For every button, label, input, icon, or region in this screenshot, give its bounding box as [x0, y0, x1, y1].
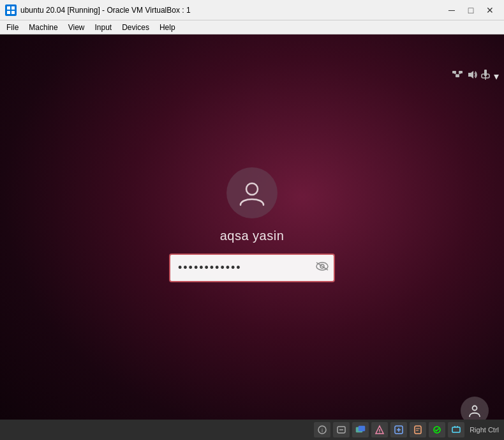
svg-rect-1: [11, 6, 15, 10]
taskbar-icon-3[interactable]: [352, 422, 369, 437]
svg-rect-4: [452, 71, 456, 73]
svg-point-17: [473, 406, 477, 411]
menu-file[interactable]: File: [1, 22, 24, 33]
vm-taskbar: i: [0, 420, 504, 440]
avatar: [226, 167, 278, 218]
taskbar-icon-8[interactable]: [448, 422, 464, 437]
svg-rect-6: [456, 75, 459, 77]
svg-rect-3: [11, 11, 15, 14]
svg-rect-0: [7, 6, 10, 10]
taskbar-icon-5[interactable]: [390, 422, 407, 437]
svg-rect-5: [459, 71, 463, 73]
svg-rect-23: [359, 426, 365, 431]
svg-rect-2: [7, 11, 10, 14]
menu-devices[interactable]: Devices: [117, 22, 154, 33]
vm-toolbar: ▾: [452, 69, 499, 83]
taskbar-icon-2[interactable]: [333, 422, 350, 437]
svg-line-7: [454, 73, 457, 75]
svg-rect-10: [484, 70, 487, 76]
menu-bar: File Machine View Input Devices Help: [0, 20, 504, 34]
login-panel: aqsa yasin: [169, 167, 335, 282]
taskbar-icon-7[interactable]: [429, 422, 445, 437]
window-controls: ─ □ ✕: [443, 3, 499, 17]
taskbar-icon-4[interactable]: [371, 422, 388, 437]
taskbar-icon-6[interactable]: [410, 422, 426, 437]
app-icon: [5, 4, 17, 16]
right-ctrl-label: Right Ctrl: [470, 426, 499, 434]
svg-rect-29: [415, 426, 421, 434]
close-button[interactable]: ✕: [481, 3, 499, 17]
maximize-button[interactable]: □: [462, 3, 480, 17]
chevron-down-icon[interactable]: ▾: [494, 70, 499, 82]
svg-line-8: [457, 73, 461, 75]
window-title: ubuntu 20.04 [Running] - Oracle VM Virtu…: [20, 6, 443, 15]
usb-icon[interactable]: [481, 69, 490, 83]
svg-text:i: i: [322, 427, 323, 434]
taskbar-icon-1[interactable]: i: [314, 422, 330, 437]
toggle-password-icon[interactable]: [316, 262, 329, 273]
svg-rect-33: [452, 427, 460, 432]
svg-point-13: [246, 183, 258, 195]
svg-point-25: [379, 432, 380, 434]
vm-display: ▾ aqsa yasin: [0, 34, 504, 440]
network-icon[interactable]: [452, 70, 463, 82]
minimize-button[interactable]: ─: [443, 3, 461, 17]
username-label: aqsa yasin: [220, 229, 285, 243]
password-input[interactable]: [169, 254, 335, 282]
title-bar: ubuntu 20.04 [Running] - Oracle VM Virtu…: [0, 0, 504, 20]
menu-input[interactable]: Input: [90, 22, 117, 33]
audio-icon[interactable]: [467, 70, 477, 82]
menu-help[interactable]: Help: [154, 22, 181, 33]
menu-view[interactable]: View: [63, 22, 90, 33]
menu-machine[interactable]: Machine: [24, 22, 63, 33]
svg-marker-9: [468, 71, 473, 79]
password-field-wrapper: [169, 254, 335, 282]
